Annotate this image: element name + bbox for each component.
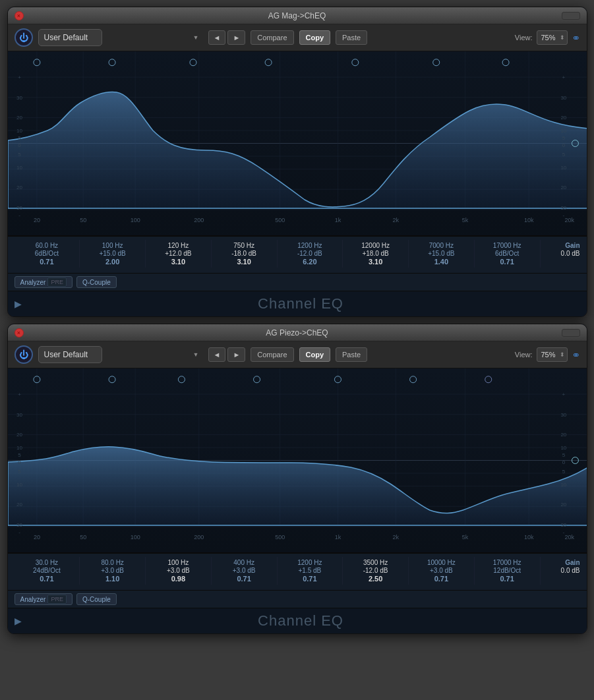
svg-text:30: 30 [16,412,22,418]
analyzer-button-2[interactable]: Analyzer PRE [15,593,73,605]
svg-text:0: 0 [562,142,565,148]
play-button-1[interactable]: ▶ [15,299,22,309]
band-1-6-q: 3.10 [369,258,382,266]
band-2-5-freq: 1200 Hz [297,559,322,566]
band-1-4-q: 3.10 [237,258,251,266]
compare-button-1[interactable]: Compare [251,30,293,45]
close-button-1[interactable]: × [15,11,24,20]
preset-dropdown-2[interactable]: User Default [38,346,102,363]
band-1-1-param: 6dB/Oct [35,250,59,257]
title-bar-2: × AG Piezo->ChEQ [8,324,587,341]
svg-text:20: 20 [560,185,566,190]
band-2-8-freq: 17000 Hz [493,559,521,566]
bottom-controls-1: Analyzer PRE Q-Couple [8,273,587,291]
eq-band-1-4: 750 Hz -18.0 dB 3.10 [212,240,278,268]
eq-handle-2-band2[interactable] [109,376,115,383]
eq-window-1: × AG Mag->ChEQ ⏻ User Default ◄ ► Compar… [7,7,587,317]
svg-text:10: 10 [16,128,22,134]
nav-prev-button-1[interactable]: ◄ [208,30,226,45]
svg-text:10: 10 [560,445,566,451]
copy-button-2[interactable]: Copy [299,347,331,362]
svg-text:20: 20 [16,185,22,190]
window-title-1: AG Mag->ChEQ [268,11,326,20]
link-button-2[interactable]: ⚭ [572,349,580,361]
band-1-8-freq: 17000 Hz [493,242,521,249]
svg-text:10: 10 [560,482,566,488]
eq-band-1-2: 100 Hz +15.0 dB 2.00 [80,240,146,268]
svg-text:20: 20 [33,217,40,223]
band-2-6-q: 2.50 [369,575,382,583]
eq-handle-band4[interactable] [265,59,272,66]
qcouple-button-2[interactable]: Q-Couple [76,593,117,605]
nav-next-button-2[interactable]: ► [227,347,245,362]
copy-button-1[interactable]: Copy [299,30,331,45]
band-2-1-q: 0.71 [40,575,53,583]
eq-display-2[interactable]: 20 50 100 200 500 1k 2k 5k 10k 20k + 30 … [8,368,587,553]
svg-text:2k: 2k [392,534,399,540]
svg-text:1k: 1k [334,217,341,223]
nav-btn-group-2: ◄ ► [208,347,246,362]
svg-text:100: 100 [130,534,140,540]
analyzer-button-1[interactable]: Analyzer PRE [15,276,73,288]
eq-handle-2-band6[interactable] [409,376,416,383]
svg-text:50: 50 [80,534,86,540]
eq-handle-2-band7[interactable] [485,376,491,383]
svg-text:20: 20 [560,502,566,508]
svg-text:-: - [562,529,564,535]
eq-handle-2-band3[interactable] [178,376,185,383]
eq-handle-2-band4[interactable] [253,376,260,383]
svg-text:10: 10 [560,165,566,171]
compare-button-2[interactable]: Compare [251,347,293,362]
eq-handle-band5[interactable] [351,59,358,66]
svg-text:30: 30 [560,95,566,101]
band-2-2-q: 1.10 [105,575,119,583]
preset-dropdown-1[interactable]: User Default [38,29,102,46]
eq-band-2-7: 10000 Hz +3.0 dB 0.71 [409,557,475,585]
paste-button-1[interactable]: Paste [336,30,367,45]
power-button-2[interactable]: ⏻ [15,345,33,364]
controls-bar-2: ⏻ User Default ◄ ► Compare Copy Paste Vi… [8,341,587,368]
view-label-2: View: [515,351,533,359]
eq-handle-band3[interactable] [189,59,196,66]
preset-wrapper-1: User Default [38,29,203,46]
view-label-1: View: [515,34,533,42]
close-button-2[interactable]: × [15,328,24,337]
link-button-1[interactable]: ⚭ [572,32,580,44]
band-2-2-freq: 80.0 Hz [101,559,123,566]
minimize-button-2[interactable] [562,329,580,337]
eq-display-1[interactable]: 20 50 100 200 500 1k 2k 5k 10k 20k + 30 … [8,51,587,236]
eq-gain-2: Gain 0.0 dB [541,557,580,585]
view-controls-1: View: 75% ⚭ [515,30,580,45]
svg-text:5k: 5k [461,534,468,540]
paste-button-2[interactable]: Paste [336,347,367,362]
svg-text:30: 30 [560,205,566,211]
svg-text:5: 5 [562,452,565,458]
band-2-5-q: 0.71 [303,575,316,583]
view-dropdown-1[interactable]: 75% [537,30,568,45]
svg-text:-: - [562,212,564,218]
band-1-8-param: 6dB/Oct [495,250,519,257]
band-1-1-freq: 60.0 Hz [36,242,58,249]
band-1-5-freq: 1200 Hz [297,242,322,249]
eq-handle-band7[interactable] [502,59,509,66]
minimize-button-1[interactable] [562,12,580,20]
svg-text:5: 5 [562,152,565,158]
svg-text:5: 5 [18,452,21,458]
nav-prev-button-2[interactable]: ◄ [208,347,226,362]
view-dropdown-2[interactable]: 75% [537,347,568,362]
qcouple-button-1[interactable]: Q-Couple [76,276,117,288]
eq-handle-band6[interactable] [432,59,439,66]
svg-text:5: 5 [18,135,21,141]
power-button-1[interactable]: ⏻ [15,28,33,47]
bottom-controls-2: Analyzer PRE Q-Couple [8,590,587,608]
channel-eq-label-1: Channel EQ [22,295,580,312]
svg-text:-: - [18,212,20,218]
svg-text:10k: 10k [523,217,533,223]
band-2-4-param: +3.0 dB [233,567,256,574]
eq-handle-band2[interactable] [109,59,115,66]
svg-text:200: 200 [194,534,204,540]
svg-text:+: + [18,392,21,397]
nav-next-button-1[interactable]: ► [227,30,245,45]
play-button-2[interactable]: ▶ [15,616,22,626]
svg-text:1k: 1k [334,534,341,540]
